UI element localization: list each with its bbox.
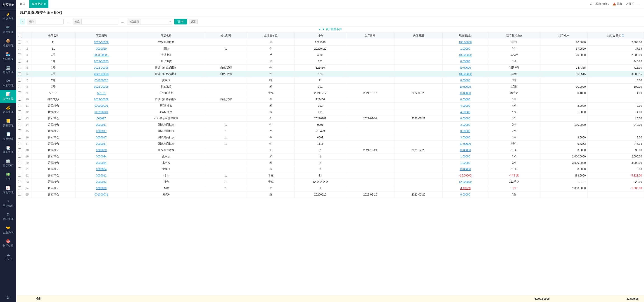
sidebar-item-purchase[interactable]: 🛍 采购管理 [0, 77, 16, 90]
sidebar-item-system[interactable]: ⚙ 系统管理 [0, 210, 16, 223]
total-cost-info-icon[interactable]: ⓘ [622, 34, 624, 37]
sidebar-item-ledger[interactable]: 📒 总账管理 [0, 116, 16, 130]
cell-goods-code[interactable]: 0023-00005 [75, 65, 127, 71]
cell-goods-code[interactable]: 0023-00008 [75, 71, 127, 77]
row-select-checkbox[interactable] [18, 136, 21, 139]
sidebar-item-retail[interactable]: 🛒 零售管理 [0, 23, 16, 37]
row-select-checkbox[interactable] [18, 193, 21, 196]
sidebar-item-fixed-assets[interactable]: 🏢 固定资产 [0, 157, 16, 170]
sidebar-item-inventory[interactable]: 📊 库存核算 [0, 90, 16, 103]
sidebar-item-cloud[interactable]: ☁ 云应用 [0, 250, 16, 263]
table-row[interactable]: 24 晋宏粮仓 0000029 腐阶 1 个 1 -1.00000 -1个 1,… [16, 185, 644, 191]
row-select-checkbox[interactable] [18, 110, 21, 113]
cell-qty-main[interactable]: 4.00000 [442, 109, 488, 115]
cell-qty-main[interactable]: 100.00000 [442, 71, 488, 77]
row-select-checkbox[interactable] [18, 91, 21, 94]
cell-qty-main[interactable]: 10.00000 [442, 84, 488, 90]
table-row[interactable]: 8 2号 0023-00005 批次透货 米 001 10.00000 10米 … [16, 84, 644, 90]
table-area[interactable]: 仓库名称 商品编码 商品名称 规格型号 主计量单位 批号 生产日期 失效日期 现… [16, 32, 644, 295]
row-select-checkbox[interactable] [18, 129, 21, 132]
sidebar-item-payroll[interactable]: 💵 工资 [0, 170, 16, 183]
cell-goods-code[interactable]: 0000078 [75, 147, 127, 153]
minimize-button[interactable]: — [636, 1, 641, 7]
cell-qty-main[interactable]: 3.00000 [442, 134, 488, 141]
expand-conditions-button[interactable]: ▼ ▼ 展开更多条件 [318, 27, 342, 31]
cell-qty-main[interactable]: 0.00000 [442, 128, 488, 134]
print-btn[interactable]: 🖨 按模板打印 ▾ [588, 1, 611, 7]
cell-qty-main[interactable]: 122.00000 [442, 179, 488, 185]
cell-goods-code[interactable]: 000900001 [75, 109, 127, 115]
table-row[interactable]: 3 1号 0023-0000... 测试批次 斤 A001 100.00000 … [16, 52, 644, 58]
table-row[interactable]: 15 晋宏粮仓 0000017 测试电商批次 1 件 210423 0.0000… [16, 128, 644, 134]
category-input[interactable] [141, 19, 168, 24]
cell-qty-main[interactable]: 0.00000 [442, 58, 488, 65]
cell-qty-main[interactable]: 1.00000 [442, 46, 488, 52]
cell-goods-code[interactable]: 0023-00005 [75, 84, 127, 90]
cell-qty-main[interactable]: 87.00000 [442, 141, 488, 147]
cell-qty-main[interactable]: 2.00000 [442, 122, 488, 128]
cell-goods-code[interactable]: 0000017 [75, 134, 127, 141]
table-row[interactable]: 10 测试透货2 0023-00008 富诚（白色/奶棕） 白色/奶棕 件 12… [16, 96, 644, 103]
table-row[interactable]: 4 1号 0023-00005 批次透货 米 001 0.00000 0米 44… [16, 58, 644, 65]
sidebar-item-wholesale[interactable]: 📦 批发管理 [0, 37, 16, 50]
cell-qty-main[interactable]: 0.00000 [442, 115, 488, 122]
table-row[interactable]: 19 晋宏粮仓 0000084 批次次 米 1 1.00000 1米 2,000… [16, 153, 644, 160]
cell-goods-code[interactable]: 0000012 [75, 179, 127, 185]
row-select-checkbox[interactable] [18, 180, 21, 183]
cell-goods-code[interactable]: 001000031 [75, 191, 127, 198]
warehouse-input[interactable] [36, 19, 63, 24]
table-row[interactable]: 12 晋宏粮仓 000900001 POS 批次 米 001 4.00000 4… [16, 109, 644, 115]
export-btn[interactable]: 📤 导出 [611, 1, 624, 7]
sidebar-item-operations[interactable]: 📈 经营管理 [0, 183, 16, 197]
cell-qty-main[interactable]: -1.00000 [442, 185, 488, 191]
row-select-checkbox[interactable] [18, 79, 21, 82]
cell-goods-code[interactable]: 0000017 [75, 141, 127, 147]
cell-qty-main[interactable]: 4.00000 [442, 103, 488, 109]
table-row[interactable]: 1 11 0023-00009 软胶通用枪套 米 2021098 100.000… [16, 39, 644, 46]
expand-btn[interactable]: ⤢ 展开 [624, 1, 636, 7]
table-row[interactable]: 23 晋宏粮仓 0000012 批号 1 千克 1222222222 122.0… [16, 179, 644, 185]
cell-qty-main[interactable]: 0.00000 [442, 96, 488, 103]
table-row[interactable]: 7 2号 001000026 批次框 吨 11 0.00000 0吨 0.00 [16, 77, 644, 84]
table-row[interactable]: 17 晋宏粮仓 0000017 测试电商批次 1 件 1111 87.00000… [16, 141, 644, 147]
cell-goods-code[interactable]: 000900001 [75, 103, 127, 109]
cell-qty-main[interactable]: 100.00000 [442, 52, 488, 58]
row-select-checkbox[interactable] [18, 53, 21, 56]
cell-qty-main[interactable]: 0.00000 [442, 191, 488, 198]
row-select-checkbox[interactable] [18, 85, 21, 88]
row-select-checkbox[interactable] [18, 41, 21, 44]
tab-close-button[interactable]: × [44, 3, 46, 6]
cell-qty-main[interactable]: 10.00000 [442, 166, 488, 172]
cell-goods-code[interactable]: 0023-00009 [75, 39, 127, 46]
table-row[interactable]: 9 A01-01 A01-01 子件保质期 千克 20211217 2021-1… [16, 90, 644, 96]
sidebar-item-guide[interactable]: 🎯 新手引导 [0, 237, 16, 250]
sidebar-item-collab[interactable]: 🤝 企业协同 [0, 223, 16, 237]
sidebar-item-basic-info[interactable]: ℹ 基础信息 [0, 197, 16, 210]
row-select-checkbox[interactable] [18, 60, 21, 63]
row-select-checkbox[interactable] [18, 72, 21, 75]
table-row[interactable]: 14 晋宏粮仓 0000017 测试电商批次 1 件 0001 2.00000 … [16, 122, 644, 128]
cell-qty-main[interactable]: 100.00000 [442, 39, 488, 46]
row-select-checkbox[interactable] [18, 123, 21, 126]
cell-qty-main[interactable]: 10.00000 [442, 147, 488, 153]
row-select-checkbox[interactable] [18, 168, 21, 170]
home-tab[interactable]: 首页 [16, 0, 29, 8]
cell-qty-main[interactable]: 10.00000 [442, 90, 488, 96]
cell-goods-code[interactable]: 0000029 [75, 46, 127, 52]
cell-qty-main[interactable]: 1.00000 [442, 153, 488, 160]
table-row[interactable]: 6 1号 0023-00008 富诚（白色/奶棕） 白色/奶棕 件 123 10… [16, 71, 644, 77]
sidebar-settings-icon[interactable]: ⚙ [0, 293, 16, 302]
row-select-checkbox[interactable] [18, 187, 21, 189]
cell-goods-code[interactable]: 0000084 [75, 166, 127, 172]
cell-goods-code[interactable]: 0000084 [75, 153, 127, 160]
row-select-checkbox[interactable] [18, 155, 21, 158]
table-row[interactable]: 16 晋宏粮仓 0000017 测试电商批次 1 件 0003 3.00000 … [16, 134, 644, 141]
sidebar-item-invoice[interactable]: 🧾 发票管理 [0, 130, 16, 143]
table-row[interactable]: 13 晋宏粮仓 000097 POS显示系统保质期 个 20210901 202… [16, 115, 644, 122]
sidebar-item-finance[interactable]: 💰 资金管理 [0, 103, 16, 116]
cell-goods-code[interactable]: 000097 [75, 115, 127, 122]
cell-goods-code[interactable]: A01-01 [75, 90, 127, 96]
sidebar-logo[interactable]: 搜索菜单 [0, 0, 16, 10]
cell-goods-code[interactable]: 0023-0000... [75, 52, 127, 58]
sidebar-item-quick-nav[interactable]: ⚡ 快捷导航 [0, 10, 16, 23]
